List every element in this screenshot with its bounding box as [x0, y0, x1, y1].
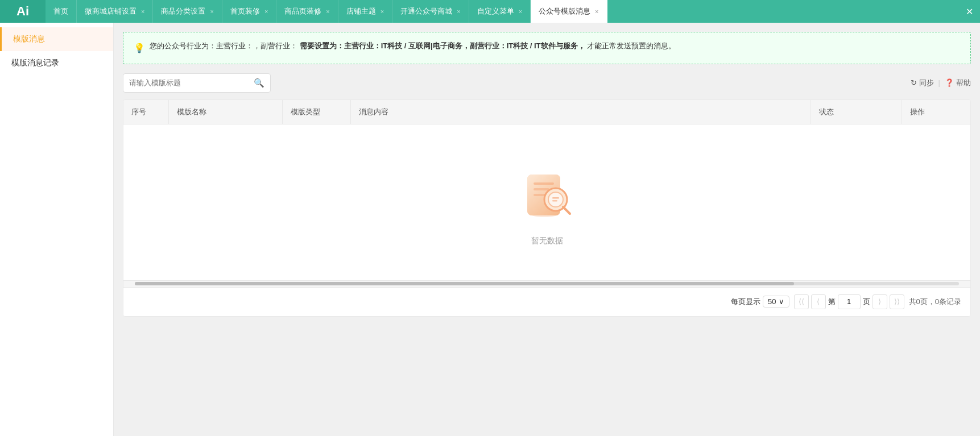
- nav-tab-home-decor[interactable]: 首页装修 ×: [222, 0, 276, 23]
- dropdown-icon: ∨: [779, 297, 784, 306]
- svg-rect-9: [552, 197, 559, 199]
- col-name: 模版名称: [169, 100, 283, 124]
- nav-tab-home-decor-close[interactable]: ×: [264, 8, 268, 15]
- top-nav: Ai 首页 微商城店铺设置 × 商品分类设置 × 首页装修 × 商品页装修 × …: [0, 0, 980, 23]
- main-layout: 模版消息 模版消息记录 💡 您的公众号行业为：主营行业：，副营行业： 需要设置为…: [0, 23, 980, 436]
- help-button[interactable]: ❓ 帮助: [945, 78, 971, 88]
- nav-tab-product-decor-label: 商品页装修: [284, 6, 321, 16]
- col-status: 状态: [811, 100, 902, 124]
- content-area: 💡 您的公众号行业为：主营行业：，副营行业： 需要设置为：主营行业：IT科技 /…: [114, 23, 980, 436]
- nav-tab-home-decor-label: 首页装修: [230, 6, 260, 16]
- nav-tab-template-msg-label: 公众号模版消息: [539, 6, 590, 16]
- page-size-dropdown[interactable]: 50 ∨: [763, 296, 789, 308]
- sidebar-item-template-msg-log-label: 模版消息记录: [11, 58, 59, 67]
- nav-tab-shop-theme[interactable]: 店铺主题 ×: [338, 0, 392, 23]
- empty-state: 暂无数据: [123, 124, 970, 280]
- nav-tab-custom-menu-close[interactable]: ×: [519, 8, 522, 15]
- scroll-bar-area[interactable]: [123, 280, 970, 287]
- nav-tab-category-close[interactable]: ×: [210, 8, 213, 15]
- pagination: 每页显示 50 ∨ ⟨⟨ ⟨ 第 页 ⟩ ⟩⟩ 共0页，0条记录: [123, 287, 970, 316]
- page-size-select: 每页显示 50 ∨: [731, 296, 789, 308]
- svg-rect-3: [534, 182, 554, 185]
- sync-icon: ↻: [911, 78, 917, 87]
- nav-tab-template-msg-close[interactable]: ×: [595, 8, 598, 15]
- sync-button[interactable]: ↻ 同步: [911, 78, 934, 88]
- notice-suffix: 才能正常发送预置的消息。: [587, 41, 676, 50]
- nav-tab-custom-menu[interactable]: 自定义菜单 ×: [469, 0, 531, 23]
- sidebar-item-template-msg-log[interactable]: 模版消息记录: [0, 51, 113, 75]
- help-label: 帮助: [956, 78, 971, 88]
- nav-tab-product-decor[interactable]: 商品页装修 ×: [276, 0, 338, 23]
- notice-highlight: 需要设置为：主营行业：IT科技 / 互联网|电子商务，副营行业：IT科技 / I…: [300, 41, 585, 50]
- table-header: 序号 模版名称 模版类型 消息内容 状态 操作: [123, 100, 970, 124]
- notice-text: 您的公众号行业为：主营行业：，副营行业： 需要设置为：主营行业：IT科技 / 互…: [150, 40, 676, 52]
- col-content: 消息内容: [351, 100, 811, 124]
- sidebar-item-template-msg-label: 模版消息: [13, 34, 45, 43]
- close-all-button[interactable]: ✕: [959, 6, 980, 17]
- search-bar: 🔍 ↻ 同步 | ❓ 帮助: [123, 73, 971, 93]
- nav-tab-custom-menu-label: 自定义菜单: [477, 6, 514, 16]
- nav-tabs: 首页 微商城店铺设置 × 商品分类设置 × 首页装修 × 商品页装修 × 店铺主…: [46, 0, 959, 23]
- search-icon[interactable]: 🔍: [254, 78, 264, 88]
- page-total: 共0页，0条记录: [909, 297, 961, 307]
- nav-tab-shop-theme-close[interactable]: ×: [381, 8, 384, 15]
- toolbar-right: ↻ 同步 | ❓ 帮助: [911, 78, 971, 88]
- scroll-track[interactable]: [135, 282, 959, 285]
- data-table: 序号 模版名称 模版类型 消息内容 状态 操作: [123, 99, 971, 317]
- per-page-label: 每页显示: [731, 297, 760, 307]
- nav-tab-home[interactable]: 首页: [46, 0, 77, 23]
- svg-rect-10: [552, 200, 557, 202]
- page-input[interactable]: [838, 294, 861, 309]
- toolbar-divider: |: [938, 78, 940, 87]
- notice-prefix: 您的公众号行业为：主营行业：，副营行业：: [150, 41, 297, 50]
- sync-label: 同步: [919, 78, 934, 88]
- notice-icon: 💡: [134, 41, 145, 56]
- nav-tab-category-label: 商品分类设置: [161, 6, 205, 16]
- page-nav: ⟨⟨ ⟨ 第 页 ⟩ ⟩⟩: [794, 294, 904, 309]
- page-prev-button[interactable]: ⟨: [811, 294, 826, 309]
- sidebar-item-template-msg[interactable]: 模版消息: [0, 27, 113, 51]
- page-label-prefix: 第: [828, 297, 836, 307]
- col-type: 模版类型: [283, 100, 351, 124]
- svg-line-8: [563, 207, 570, 214]
- help-icon: ❓: [945, 78, 954, 87]
- nav-tab-shop-settings-close[interactable]: ×: [141, 8, 144, 15]
- page-next-button[interactable]: ⟩: [873, 294, 887, 309]
- page-size-value: 50: [768, 297, 776, 306]
- nav-tab-open-mall[interactable]: 开通公众号商城 ×: [392, 0, 469, 23]
- page-label-suffix: 页: [863, 297, 870, 307]
- page-first-button[interactable]: ⟨⟨: [794, 294, 809, 309]
- page-last-button[interactable]: ⟩⟩: [890, 294, 904, 309]
- nav-tab-open-mall-label: 开通公众号商城: [400, 6, 452, 16]
- empty-illustration: [513, 159, 581, 227]
- nav-tab-shop-theme-label: 店铺主题: [346, 6, 376, 16]
- nav-tab-product-decor-close[interactable]: ×: [326, 8, 329, 15]
- empty-text: 暂无数据: [531, 236, 563, 246]
- scroll-thumb: [135, 282, 794, 285]
- search-input[interactable]: [129, 78, 254, 87]
- svg-point-7: [548, 192, 563, 207]
- nav-tab-category[interactable]: 商品分类设置 ×: [153, 0, 222, 23]
- nav-tab-template-msg[interactable]: 公众号模版消息 ×: [531, 0, 607, 23]
- svg-rect-4: [534, 188, 549, 190]
- nav-tab-shop-settings[interactable]: 微商城店铺设置 ×: [77, 0, 153, 23]
- col-actions: 操作: [902, 100, 970, 124]
- nav-tab-home-label: 首页: [53, 6, 68, 16]
- col-seq: 序号: [123, 100, 169, 124]
- nav-tab-shop-settings-label: 微商城店铺设置: [85, 6, 137, 16]
- sidebar: 模版消息 模版消息记录: [0, 23, 114, 436]
- search-input-wrap[interactable]: 🔍: [123, 73, 271, 93]
- nav-tab-open-mall-close[interactable]: ×: [457, 8, 460, 15]
- app-logo: Ai: [0, 0, 46, 23]
- notice-banner: 💡 您的公众号行业为：主营行业：，副营行业： 需要设置为：主营行业：IT科技 /…: [123, 32, 971, 64]
